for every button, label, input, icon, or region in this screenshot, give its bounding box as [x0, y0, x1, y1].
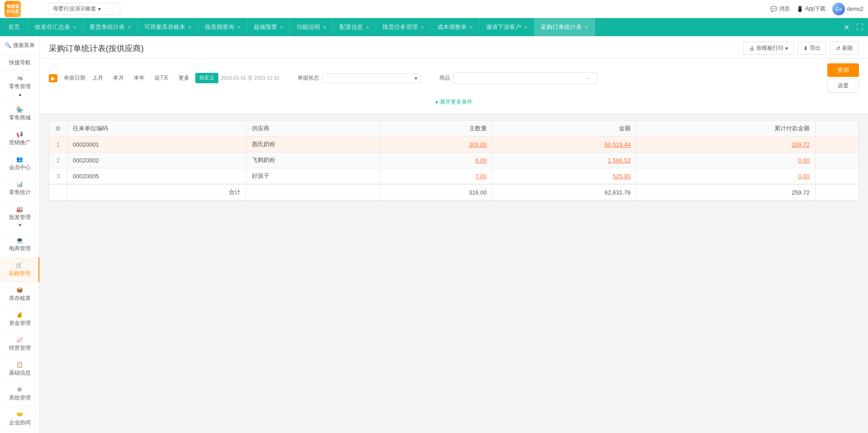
tab-cost[interactable]: 成本调整单 ✕: [431, 18, 480, 36]
goods-input[interactable]: ···: [453, 72, 598, 84]
sidebar-item-purchase[interactable]: 🛒 采购管理: [0, 257, 39, 282]
tab-overstock-close[interactable]: ✕: [280, 25, 283, 30]
amount-link[interactable]: 525.80: [613, 173, 631, 180]
sidebar-search-button[interactable]: 🔍 搜索英单: [4, 40, 36, 51]
sidebar-item-base-info[interactable]: 📋 基础信息: [0, 357, 39, 382]
tab-home[interactable]: 首页: [0, 18, 28, 36]
status-select[interactable]: ▾: [322, 73, 421, 83]
tab-function-label: 功能说明: [297, 23, 320, 31]
goods-more-icon[interactable]: ···: [582, 74, 594, 82]
tab-quality-close[interactable]: ✕: [237, 25, 241, 30]
page-header: 采购订单统计表(按供应商) 🖨 按模板打印 ▾ ⬇ 导出 ↺ 刷新: [40, 36, 868, 59]
shortcut-this-year[interactable]: 本年: [130, 73, 149, 83]
tab-cost-close[interactable]: ✕: [469, 25, 473, 30]
amount-link[interactable]: 60,519.44: [604, 141, 631, 148]
qty-link[interactable]: 7.00: [475, 173, 486, 180]
tab-config[interactable]: 配置信息 ✕: [333, 18, 376, 36]
qty-link[interactable]: 303.00: [469, 141, 487, 148]
logo-icon: 畅捷通好生意: [5, 1, 21, 17]
sidebar-item-inventory-label: 库存核算: [9, 295, 31, 302]
tab-function[interactable]: 功能说明 ✕: [290, 18, 333, 36]
nav-tabs-end: ✕ ⛶: [841, 22, 868, 33]
print-button[interactable]: 🖨 按模板打印 ▾: [743, 42, 794, 55]
footer-amount: 62,631.76: [492, 184, 636, 200]
refresh-button[interactable]: ↺ 刷新: [830, 42, 859, 55]
sidebar-item-retail-stats-label: 零售统计: [9, 189, 31, 196]
tab-close-all[interactable]: ✕: [841, 22, 852, 33]
paid-link[interactable]: 0.00: [798, 173, 810, 180]
refresh-label: 刷新: [842, 44, 853, 52]
cell-index: 2: [49, 152, 67, 168]
sidebar-item-enterprise[interactable]: 🤝 企业协同: [0, 407, 39, 432]
sidebar-nav-button[interactable]: 快捷导航: [0, 55, 39, 71]
cell-extra: [815, 152, 859, 168]
shortcut-custom[interactable]: 自定义: [195, 73, 218, 83]
data-table: ⚙ 往来单位编码 供应商 主数量 金额 累计付款金额 1 00020001 惠氏: [49, 120, 859, 200]
date-shortcuts: 上月 本月 本年 近7天 更多 自定义: [88, 73, 218, 83]
qty-link[interactable]: 6.00: [475, 157, 486, 164]
settings-icon[interactable]: ⚙: [55, 125, 61, 132]
wholesale-chevron: ▼: [18, 223, 23, 228]
sidebar-item-inventory[interactable]: 📦 库存核算: [0, 282, 39, 307]
member-icon: 👥: [16, 156, 23, 162]
shortcut-last-month[interactable]: 上月: [88, 73, 107, 83]
cell-paid: 0.00: [637, 152, 816, 168]
tab-quality[interactable]: 保质期查询 ✕: [198, 18, 247, 36]
sidebar-item-finance[interactable]: 💰 资金管理: [0, 307, 39, 332]
paid-link[interactable]: 259.72: [792, 141, 810, 148]
sidebar-item-system[interactable]: ⚙ 系统管理: [0, 382, 39, 407]
workspace-selector[interactable]: 母婴行业演示账套 ▾: [48, 3, 120, 15]
tab-invite[interactable]: 邀请下游客户 ✕: [480, 18, 534, 36]
message-button[interactable]: 💬 消息: [770, 5, 790, 13]
shortcut-this-month[interactable]: 本月: [109, 73, 128, 83]
content: 采购订单统计表(按供应商) 🖨 按模板打印 ▾ ⬇ 导出 ↺ 刷新: [40, 36, 868, 433]
shortcut-more[interactable]: 更多: [175, 73, 193, 83]
tab-quality-label: 保质期查询: [205, 23, 234, 31]
tab-function-close[interactable]: ✕: [323, 25, 326, 30]
expand-more-button[interactable]: ▾ 展开更多条件: [435, 95, 472, 109]
tab-home-label: 首页: [8, 23, 20, 31]
tab-picking-close[interactable]: ✕: [420, 25, 424, 30]
expand-more-label: 展开更多条件: [440, 98, 472, 106]
tab-inventory-book-close[interactable]: ✕: [188, 25, 192, 30]
sidebar-item-retail-stats[interactable]: 📊 零售统计: [0, 176, 39, 201]
tab-purchase-stats-close[interactable]: ✕: [585, 25, 588, 30]
tab-requisition[interactable]: 要货单统计表 ✕: [83, 18, 138, 36]
retail-manage-icon: 🛍: [17, 75, 23, 81]
tab-picking[interactable]: 拣货任务管理 ✕: [376, 18, 431, 36]
paid-link[interactable]: 0.00: [798, 157, 810, 164]
user-profile[interactable]: Ea demo2: [832, 3, 863, 15]
tab-invite-close[interactable]: ✕: [524, 25, 528, 30]
tab-overstock[interactable]: 超储预警 ✕: [247, 18, 290, 36]
sidebar-item-ecommerce[interactable]: 💻 电商管理: [0, 233, 39, 257]
settings-button[interactable]: 设置: [827, 79, 859, 93]
tab-config-close[interactable]: ✕: [366, 25, 369, 30]
sidebar-item-marketing[interactable]: 📢 营销推广: [0, 127, 39, 152]
shortcut-7days[interactable]: 近7天: [151, 73, 173, 83]
filter-expand-toggle[interactable]: ▶: [49, 74, 57, 82]
retail-manage-chevron: ▲: [18, 92, 23, 97]
tab-purchase-stats[interactable]: 采购订单统计表 ✕: [534, 18, 595, 36]
cell-amount: 60,519.44: [492, 137, 636, 152]
app-download-button[interactable]: 📱 App下载: [797, 5, 826, 13]
app-download-icon: 📱: [797, 6, 803, 12]
filter-actions: 查询 设置: [827, 63, 859, 93]
col-settings[interactable]: ⚙: [49, 121, 67, 137]
sidebar-item-wholesale[interactable]: 🏭 批发管理 ▼: [0, 201, 39, 233]
export-button[interactable]: ⬇ 导出: [797, 42, 826, 55]
nav-tabs: 首页 收发存汇总表 ✕ 要货单统计表 ✕ 可用量库存账本 ✕ 保质期查询 ✕ 超…: [0, 18, 868, 36]
refresh-icon: ↺: [836, 45, 840, 52]
sidebar-item-member[interactable]: 👥 会员中心: [0, 152, 39, 176]
sidebar-item-retail-manage[interactable]: 🛍 零售管理 ▲: [0, 71, 39, 102]
tab-receive-send-close[interactable]: ✕: [73, 25, 76, 30]
logo-text-inner: 畅捷通好生意: [7, 4, 19, 14]
tab-receive-send[interactable]: 收发存汇总表 ✕: [28, 18, 83, 36]
tab-requisition-close[interactable]: ✕: [127, 25, 131, 30]
sidebar-item-retail-mall[interactable]: 🏪 零售商城: [0, 102, 39, 127]
tab-fullscreen[interactable]: ⛶: [854, 22, 866, 32]
query-button[interactable]: 查询: [827, 63, 859, 77]
tab-inventory-book[interactable]: 可用量库存账本 ✕: [138, 18, 198, 36]
amount-link[interactable]: 1,586.52: [608, 157, 631, 164]
sidebar-item-base-info-label: 基础信息: [9, 369, 31, 377]
sidebar-item-operations[interactable]: 📈 经营管理: [0, 332, 39, 357]
